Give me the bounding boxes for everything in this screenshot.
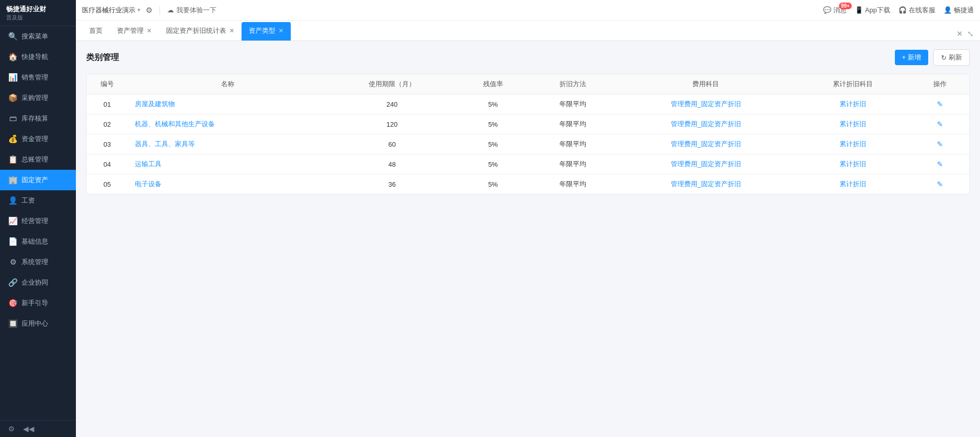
close-tab-icon[interactable]: ✕ (956, 29, 963, 38)
app-center-icon: 🔲 (8, 319, 17, 328)
col-expense: 费用科目 (616, 74, 796, 94)
settings-bottom-icon[interactable]: ⚙ (8, 425, 15, 433)
sidebar-item-label: 固定资产 (22, 175, 48, 185)
tab-asset-management-close[interactable]: ✕ (147, 27, 152, 34)
cloud-icon: ☁ (167, 6, 174, 14)
sidebar-item-label: 系统管理 (22, 257, 48, 267)
edit-icon[interactable]: ✎ (937, 100, 943, 108)
tab-asset-management-label: 资产管理 (117, 26, 144, 35)
online-service-button[interactable]: 🎧 在线客服 (898, 6, 935, 15)
sidebar-item-fixed-assets[interactable]: 🏢 固定资产 (0, 170, 76, 190)
app-download-button[interactable]: 📱 App下载 (855, 6, 890, 15)
table-row: 01 房屋及建筑物 240 5% 年限平均 管理费用_固定资产折旧 累计折旧 ✎ (87, 94, 969, 114)
edit-icon[interactable]: ✎ (937, 140, 943, 148)
expand-tab-icon[interactable]: ⤡ (967, 29, 974, 38)
data-table: 编号 名称 使用期限（月） 残值率 折旧方法 费用科目 累计折旧科目 操作 01… (86, 74, 970, 194)
guide-icon: 🎯 (8, 299, 17, 308)
refresh-button[interactable]: ↻ 刷新 (933, 49, 970, 66)
sidebar-item-enterprise[interactable]: 🔗 企业协同 (0, 272, 76, 293)
edit-icon[interactable]: ✎ (937, 180, 943, 188)
sidebar-item-purchase[interactable]: 📦 采购管理 (0, 88, 76, 108)
sidebar: 畅捷通好业财 普及版 🔍 搜索菜单 🏠 快捷导航 📊 销售管理 📦 采购管理 🗃… (0, 0, 76, 437)
sidebar-item-search-menu[interactable]: 🔍 搜索菜单 (0, 26, 76, 47)
experience-button[interactable]: ☁ 我要体验一下 (167, 6, 216, 15)
sidebar-item-basic-info[interactable]: 📄 基础信息 (0, 231, 76, 252)
message-button[interactable]: 💬 消息 99+ (823, 6, 847, 15)
sidebar-item-app-center[interactable]: 🔲 应用中心 (0, 313, 76, 334)
basic-info-icon: 📄 (8, 237, 17, 246)
sidebar-item-label: 总账管理 (22, 155, 48, 164)
tab-asset-type-close[interactable]: ✕ (278, 27, 284, 34)
sidebar-item-quick-nav[interactable]: 🏠 快捷导航 (0, 47, 76, 67)
sidebar-item-payroll[interactable]: 👤 工资 (0, 190, 76, 211)
cell-period: 60 (327, 134, 456, 154)
cell-accumulated: 累计折旧 (795, 134, 910, 154)
sidebar-item-ledger[interactable]: 📋 总账管理 (0, 149, 76, 170)
cell-action: ✎ (911, 134, 969, 154)
cell-expense: 管理费用_固定资产折旧 (616, 154, 796, 174)
cell-action: ✎ (911, 94, 969, 114)
sales-icon: 📊 (8, 73, 17, 82)
operations-icon: 📈 (8, 216, 17, 226)
sidebar-item-inventory[interactable]: 🗃 库存核算 (0, 108, 76, 129)
new-button[interactable]: + 新增 (895, 50, 928, 65)
sidebar-logo-sub: 普及版 (6, 14, 70, 22)
table-row: 03 器具、工具、家具等 60 5% 年限平均 管理费用_固定资产折旧 累计折旧… (87, 134, 969, 154)
sidebar-item-operations[interactable]: 📈 经营管理 (0, 211, 76, 231)
ledger-icon: 📋 (8, 155, 17, 164)
col-method: 折旧方法 (529, 74, 616, 94)
content-area: 类别管理 + 新增 ↻ 刷新 编号 名称 使用期限（月） 残值率 折旧方法 (76, 41, 980, 437)
company-selector[interactable]: 医疗器械行业演示 ▾ (82, 6, 141, 15)
tab-depreciation-close[interactable]: ✕ (229, 27, 234, 34)
sidebar-logo-title: 畅捷通好业财 (6, 5, 70, 14)
sidebar-item-sales[interactable]: 📊 销售管理 (0, 67, 76, 88)
cell-residual: 5% (456, 94, 529, 114)
page-actions: + 新增 ↻ 刷新 (895, 49, 970, 66)
col-accumulated: 累计折旧科目 (795, 74, 910, 94)
cell-method: 年限平均 (529, 134, 616, 154)
sidebar-item-label: 经营管理 (22, 216, 48, 226)
purchase-icon: 📦 (8, 93, 17, 103)
tab-asset-type[interactable]: 资产类型 ✕ (242, 22, 291, 41)
page-header: 类别管理 + 新增 ↻ 刷新 (86, 49, 970, 66)
collapse-icon[interactable]: ◀◀ (23, 425, 34, 433)
fixed-assets-icon: 🏢 (8, 175, 17, 185)
sidebar-logo: 畅捷通好业财 普及版 (0, 0, 76, 26)
tab-asset-management[interactable]: 资产管理 ✕ (110, 22, 159, 41)
experience-label: 我要体验一下 (176, 6, 216, 15)
settings-icon[interactable]: ⚙ (146, 6, 152, 15)
cell-residual: 5% (456, 154, 529, 174)
tabbar-actions: ✕ ⤡ (956, 29, 974, 41)
tab-home-label: 首页 (89, 26, 103, 35)
sidebar-item-label: 工资 (22, 196, 35, 205)
chevron-down-icon: ▾ (137, 7, 141, 13)
user-label: 畅捷通 (954, 6, 974, 15)
cell-accumulated: 累计折旧 (795, 94, 910, 114)
refresh-label: 刷新 (949, 53, 962, 62)
cell-action: ✎ (911, 174, 969, 194)
search-icon: 🔍 (8, 32, 17, 41)
sidebar-item-capital[interactable]: 💰 资金管理 (0, 129, 76, 149)
cell-residual: 5% (456, 174, 529, 194)
sidebar-item-system[interactable]: ⚙ 系统管理 (0, 252, 76, 272)
col-name: 名称 (128, 74, 327, 94)
cell-name: 电子设备 (128, 174, 327, 194)
table-body: 01 房屋及建筑物 240 5% 年限平均 管理费用_固定资产折旧 累计折旧 ✎… (87, 94, 969, 194)
page-title: 类别管理 (86, 52, 119, 63)
sidebar-item-label: 新手引导 (22, 299, 48, 308)
tabbar: 首页 资产管理 ✕ 固定资产折旧统计表 ✕ 资产类型 ✕ ✕ ⤡ (76, 21, 980, 41)
user-button[interactable]: 👤 畅捷通 (944, 6, 974, 15)
cell-name: 机器、机械和其他生产设备 (128, 114, 327, 134)
edit-icon[interactable]: ✎ (937, 160, 943, 168)
sidebar-item-label: 销售管理 (22, 73, 48, 82)
tab-depreciation-label: 固定资产折旧统计表 (166, 26, 226, 35)
edit-icon[interactable]: ✎ (937, 120, 943, 128)
cell-id: 04 (87, 154, 128, 174)
tab-home[interactable]: 首页 (82, 22, 110, 41)
company-name: 医疗器械行业演示 (82, 6, 135, 15)
cell-id: 02 (87, 114, 128, 134)
tab-depreciation-table[interactable]: 固定资产折旧统计表 ✕ (159, 22, 242, 41)
sidebar-item-guide[interactable]: 🎯 新手引导 (0, 293, 76, 313)
cell-name: 器具、工具、家具等 (128, 134, 327, 154)
cell-residual: 5% (456, 134, 529, 154)
